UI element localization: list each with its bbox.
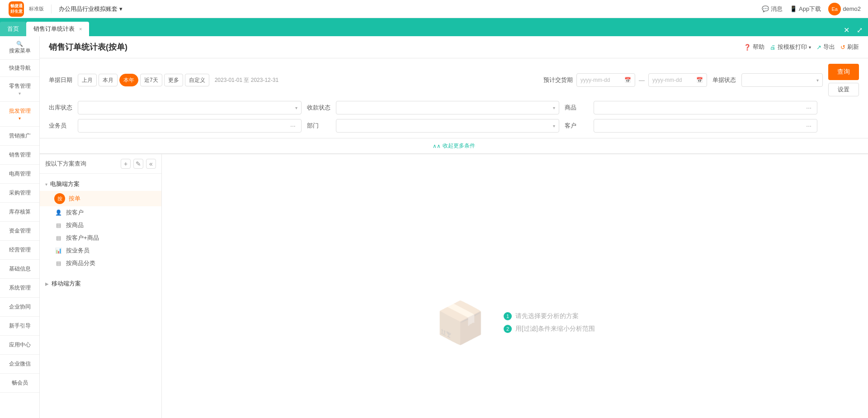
page-header: 销售订单统计表(按单) ❓ 帮助 🖨 按模板打印 ▾ ↗ 导出 ↺ 刷新 bbox=[40, 36, 868, 58]
this-month-btn[interactable]: 本月 bbox=[99, 74, 118, 86]
sidebar-item-apps[interactable]: 应用中心 bbox=[0, 336, 39, 355]
dept-group: 部门 ▾ bbox=[307, 119, 560, 133]
sidebar-item-member[interactable]: 畅会员 bbox=[0, 374, 39, 393]
tree-item-by-order[interactable]: 按 按单 bbox=[40, 191, 161, 206]
expected-date-label: 预计交货期 bbox=[543, 76, 573, 84]
collapse-bar: ∧∧ 收起更多条件 bbox=[40, 138, 868, 154]
sidebar-item-purchase[interactable]: 采购管理 bbox=[0, 184, 39, 203]
date-range-text: 2023-01-01 至 2023-12-31 bbox=[215, 76, 278, 84]
sidebar-item-guide[interactable]: 新手引导 bbox=[0, 317, 39, 336]
sidebar-item-retail[interactable]: 零售管理 ▾ bbox=[0, 77, 39, 102]
collapse-panel-btn[interactable]: « bbox=[146, 159, 156, 169]
goods-select[interactable]: ··· bbox=[594, 101, 817, 114]
calendar-to-icon: 📅 bbox=[696, 77, 703, 83]
customer-select[interactable]: ··· bbox=[594, 119, 817, 133]
user-menu-btn[interactable]: Ea demo2 bbox=[828, 3, 861, 15]
by-goods-icon: ▤ bbox=[54, 221, 62, 229]
page-actions: ❓ 帮助 🖨 按模板打印 ▾ ↗ 导出 ↺ 刷新 bbox=[744, 43, 859, 51]
salesman-more-icon[interactable]: ··· bbox=[288, 122, 297, 129]
salesman-label: 业务员 bbox=[49, 122, 74, 130]
sidebar-quick-nav[interactable]: 快捷导航 bbox=[0, 60, 39, 77]
goods-group: 商品 ··· bbox=[565, 101, 817, 114]
empty-tip-2: 2 用[过滤]条件来缩小分析范围 bbox=[504, 325, 595, 333]
tree-parent-desktop[interactable]: ▾ 电脑端方案 bbox=[40, 177, 161, 191]
sidebar-item-sales[interactable]: 销售管理 bbox=[0, 146, 39, 165]
fullscreen-btn[interactable]: ⤢ bbox=[855, 24, 864, 36]
sidebar-item-wechat[interactable]: 企业微信 bbox=[0, 355, 39, 374]
query-button[interactable]: 查询 bbox=[828, 64, 859, 80]
sidebar-item-enterprise[interactable]: 企业协同 bbox=[0, 298, 39, 317]
tab-sales-order-stats[interactable]: 销售订单统计表 × bbox=[26, 22, 89, 36]
mobile-icon: 📱 bbox=[790, 5, 797, 12]
tree-item-by-salesman[interactable]: 📊 按业务员 bbox=[40, 244, 161, 257]
tree-item-by-goods[interactable]: ▤ 按商品 bbox=[40, 219, 161, 232]
tree-section-mobile: ▶ 移动端方案 bbox=[40, 273, 161, 294]
filter-row-3: 业务员 ··· 部门 ▾ 客户 bbox=[40, 114, 868, 138]
custom-date-btn[interactable]: 自定义 bbox=[185, 74, 209, 86]
by-salesman-icon: 📊 bbox=[54, 247, 62, 255]
tree-item-by-customer-goods[interactable]: ▤ 按客户+商品 bbox=[40, 232, 161, 244]
app-title[interactable]: 办公用品行业模拟账套 ▾ bbox=[59, 5, 123, 13]
filter-row-2: 出库状态 ▾ 收款状态 ▾ 商品 bbox=[40, 96, 868, 114]
tab-home[interactable]: 首页 bbox=[0, 22, 26, 36]
empty-state: 📦 1 请先选择要分析的方案 2 用[过滤]条件来缩小分析范围 bbox=[162, 154, 868, 418]
order-status-select[interactable]: ▾ bbox=[741, 73, 823, 87]
customer-group: 客户 ··· bbox=[565, 119, 817, 133]
message-btn[interactable]: 💬 消息 bbox=[762, 5, 783, 13]
tree-parent-mobile[interactable]: ▶ 移动端方案 bbox=[40, 277, 161, 290]
export-btn[interactable]: ↗ 导出 bbox=[816, 43, 835, 51]
close-window-btn[interactable]: ✕ bbox=[842, 24, 851, 36]
customer-more-icon[interactable]: ··· bbox=[804, 122, 813, 129]
settings-button[interactable]: 设置 bbox=[828, 83, 859, 96]
chevron-icon: ▾ bbox=[19, 116, 21, 121]
tree-item-by-customer[interactable]: 👤 按客户 bbox=[40, 206, 161, 219]
tree-item-by-category[interactable]: ▤ 按商品分类 bbox=[40, 257, 161, 270]
this-year-btn[interactable]: 本年 bbox=[119, 74, 138, 86]
export-icon: ↗ bbox=[816, 44, 821, 51]
expected-date-from[interactable]: yyyy-mm-dd 📅 bbox=[576, 73, 635, 87]
print-btn[interactable]: 🖨 按模板打印 ▾ bbox=[770, 43, 811, 51]
sidebar-item-wholesale[interactable]: 批发管理 ▾ bbox=[0, 102, 39, 127]
app-download-btn[interactable]: 📱 App下载 bbox=[790, 5, 821, 13]
sidebar-search[interactable]: 🔍 搜索菜单 bbox=[0, 36, 39, 60]
sidebar-item-marketing[interactable]: 营销推广 bbox=[0, 127, 39, 146]
tab-close-icon[interactable]: × bbox=[79, 26, 82, 32]
edit-scheme-btn[interactable]: ✎ bbox=[133, 159, 143, 169]
last-month-btn[interactable]: 上月 bbox=[78, 74, 97, 86]
collapse-icon: ∧∧ bbox=[433, 143, 441, 149]
goods-more-icon[interactable]: ··· bbox=[804, 104, 813, 111]
empty-illustration: 📦 bbox=[435, 299, 486, 347]
refresh-btn[interactable]: ↺ 刷新 bbox=[840, 43, 859, 51]
sidebar-item-operations[interactable]: 经营管理 bbox=[0, 241, 39, 260]
last-7-days-btn[interactable]: 近7天 bbox=[140, 74, 162, 86]
help-btn[interactable]: ❓ 帮助 bbox=[744, 43, 764, 51]
collapse-btn[interactable]: ∧∧ 收起更多条件 bbox=[433, 142, 475, 150]
order-status-label: 单据状态 bbox=[712, 76, 738, 84]
topbar-left: 畅捷通好生意 标准版 办公用品行业模拟账套 ▾ bbox=[7, 0, 123, 18]
add-scheme-btn[interactable]: + bbox=[121, 159, 131, 169]
tree-collapse-arrow: ▶ bbox=[45, 281, 49, 286]
right-panel: 📦 1 请先选择要分析的方案 2 用[过滤]条件来缩小分析范围 bbox=[162, 154, 868, 418]
salesman-select[interactable]: ··· bbox=[78, 119, 302, 133]
more-date-btn[interactable]: 更多 bbox=[164, 74, 183, 86]
tip-number-1: 1 bbox=[504, 312, 512, 320]
search-icon: 🔍 bbox=[16, 41, 23, 47]
sidebar-item-basic[interactable]: 基础信息 bbox=[0, 260, 39, 279]
page-title: 销售订单统计表(按单) bbox=[49, 42, 127, 52]
ship-status-select[interactable]: ▾ bbox=[78, 101, 302, 114]
split-layout: 按以下方案查询 + ✎ « ▾ 电脑端方案 按 按单 bbox=[40, 154, 868, 418]
sidebar: 🔍 搜索菜单 快捷导航 零售管理 ▾ 批发管理 ▾ 营销推广 销售管理 电商管理… bbox=[0, 36, 40, 418]
expected-date-to[interactable]: yyyy-mm-dd 📅 bbox=[648, 73, 707, 87]
empty-tip-1: 1 请先选择要分析的方案 bbox=[504, 312, 595, 320]
dept-select[interactable]: ▾ bbox=[336, 119, 560, 133]
sidebar-item-system[interactable]: 系统管理 bbox=[0, 279, 39, 298]
sidebar-item-ecommerce[interactable]: 电商管理 bbox=[0, 165, 39, 184]
sidebar-item-finance[interactable]: 资金管理 bbox=[0, 222, 39, 241]
dept-chevron-icon: ▾ bbox=[553, 124, 555, 128]
order-status-group: 单据状态 ▾ bbox=[712, 73, 823, 87]
date-buttons: 上月 本月 本年 近7天 更多 自定义 bbox=[78, 74, 209, 86]
payment-status-select[interactable]: ▾ bbox=[336, 101, 560, 114]
sidebar-item-inventory[interactable]: 库存核算 bbox=[0, 203, 39, 222]
avatar: Ea bbox=[828, 3, 841, 15]
tabbar: 首页 销售订单统计表 × ✕ ⤢ bbox=[0, 18, 868, 36]
